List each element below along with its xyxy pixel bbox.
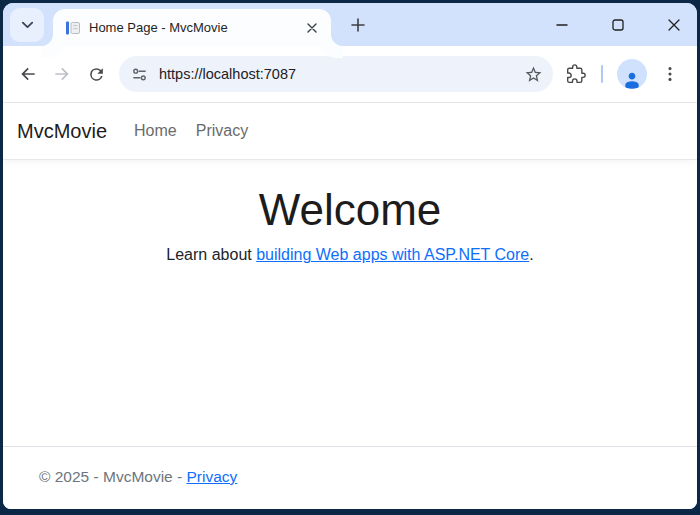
bookmark-button[interactable] bbox=[513, 56, 553, 92]
reload-icon bbox=[87, 65, 106, 84]
intro-prefix: Learn about bbox=[166, 246, 256, 263]
maximize-button[interactable] bbox=[595, 3, 641, 46]
navbar-brand[interactable]: MvcMovie bbox=[17, 120, 107, 143]
puzzle-icon bbox=[566, 64, 586, 84]
intro-suffix: . bbox=[529, 246, 533, 263]
main-content: Welcome Learn about building Web apps wi… bbox=[3, 160, 697, 446]
forward-button[interactable] bbox=[45, 57, 79, 91]
person-icon bbox=[622, 70, 642, 89]
menu-button[interactable] bbox=[653, 57, 687, 91]
site-info-icon[interactable] bbox=[131, 66, 148, 83]
forward-arrow-icon bbox=[52, 64, 72, 84]
site-footer: © 2025 - MvcMovie - Privacy bbox=[3, 446, 697, 509]
window-frame: Home Page - MvcMovie bbox=[0, 0, 700, 515]
close-icon bbox=[307, 23, 317, 33]
tab-title: Home Page - MvcMovie bbox=[89, 20, 297, 35]
extensions-button[interactable] bbox=[559, 57, 593, 91]
three-dots-icon bbox=[661, 65, 679, 83]
close-icon bbox=[668, 19, 680, 31]
back-button[interactable] bbox=[11, 57, 45, 91]
reload-button[interactable] bbox=[79, 57, 113, 91]
profile-button[interactable] bbox=[617, 59, 647, 89]
nav-link-home[interactable]: Home bbox=[134, 122, 177, 140]
browser-toolbar: https://localhost:7087 bbox=[3, 46, 697, 103]
page-viewport: MvcMovie Home Privacy Welcome Learn abou… bbox=[3, 103, 697, 509]
new-tab-button[interactable] bbox=[344, 11, 372, 39]
tab-close-button[interactable] bbox=[303, 19, 321, 37]
copyright-text: © 2025 - MvcMovie - bbox=[39, 468, 187, 485]
minimize-icon bbox=[556, 19, 568, 31]
favicon-icon bbox=[65, 20, 81, 36]
footer-privacy-link[interactable]: Privacy bbox=[187, 468, 238, 485]
address-bar[interactable]: https://localhost:7087 bbox=[119, 56, 553, 92]
site-navbar: MvcMovie Home Privacy bbox=[3, 103, 697, 160]
plus-icon bbox=[351, 18, 365, 32]
chevron-down-icon bbox=[21, 21, 34, 29]
window-controls bbox=[539, 3, 697, 46]
tab-strip: Home Page - MvcMovie bbox=[3, 3, 697, 46]
back-arrow-icon bbox=[18, 64, 38, 84]
nav-link-privacy[interactable]: Privacy bbox=[196, 122, 248, 140]
tab-search-button[interactable] bbox=[10, 8, 44, 42]
toolbar-separator bbox=[601, 65, 603, 83]
intro-text: Learn about building Web apps with ASP.N… bbox=[3, 246, 697, 264]
browser-window: Home Page - MvcMovie bbox=[3, 3, 697, 509]
star-icon bbox=[524, 65, 543, 84]
close-button[interactable] bbox=[651, 3, 697, 46]
browser-tab[interactable]: Home Page - MvcMovie bbox=[53, 9, 331, 46]
url-text[interactable]: https://localhost:7087 bbox=[159, 66, 513, 82]
maximize-icon bbox=[612, 19, 624, 31]
minimize-button[interactable] bbox=[539, 3, 585, 46]
page-title: Welcome bbox=[3, 187, 697, 233]
aspnet-core-link[interactable]: building Web apps with ASP.NET Core bbox=[256, 246, 529, 263]
